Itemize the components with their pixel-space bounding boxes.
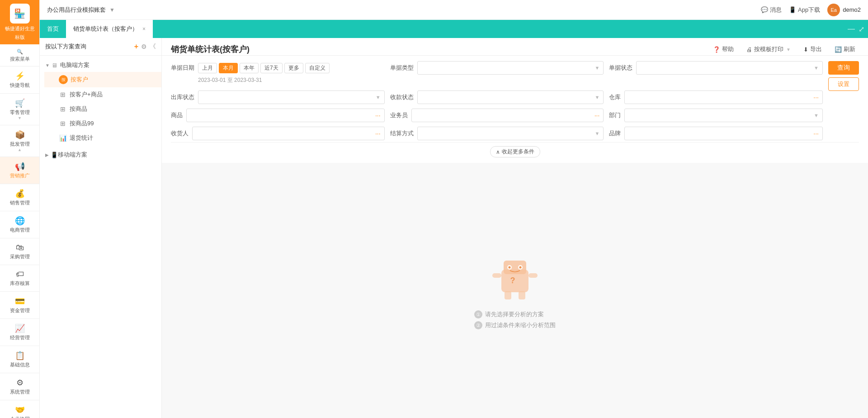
date-btn-custom[interactable]: 自定义 [305, 63, 330, 73]
empty-hint-1: ① 请先选择要分析的方案 [474, 310, 556, 318]
collapse-panel-btn[interactable]: 《 [150, 43, 156, 51]
collapse-btn[interactable]: ∧ 收起更多条件 [490, 146, 540, 157]
desktop-icon: 🖥 [52, 62, 57, 69]
sidebar-item-purchase[interactable]: 🛍 采购管理 [0, 238, 39, 265]
empty-svg: ? [490, 256, 540, 301]
top-header: 办公用品行业模拟账套 ▼ 💬 消息 📱 App下载 Ea demo2 [40, 0, 868, 20]
page-header-top: 销货单统计表(按客户) ❓ 帮助 🖨 按模板打印 ▼ ⬇ [171, 43, 859, 55]
refresh-label: 刷新 [844, 45, 855, 53]
window-max-btn[interactable]: ⤢ [859, 25, 864, 33]
receiver-select[interactable]: ··· [192, 127, 385, 140]
date-btn-last-month[interactable]: 上月 [198, 63, 217, 73]
sidebar-item-system[interactable]: ⚙ 系统管理 [0, 373, 39, 400]
by-goods99-icon: ⊞ [59, 119, 67, 128]
left-panel-title: 按以下方案查询 [45, 43, 86, 51]
download-icon: 📱 [789, 6, 796, 13]
tree-item-by-customer[interactable]: 按 按客户 [44, 72, 161, 87]
brand-select[interactable]: ··· [624, 127, 823, 140]
app-download-btn[interactable]: 📱 App下载 [789, 6, 820, 14]
sidebar-item-retail[interactable]: 🛒 零售管理 ▼ [0, 94, 39, 125]
payment-arrow-icon: ▼ [594, 131, 599, 136]
sidebar-item-wholesale[interactable]: 📦 批发管理 ▲ [0, 125, 39, 157]
sidebar-item-finance[interactable]: 💳 资金管理 [0, 292, 39, 319]
date-btn-more[interactable]: 更多 [284, 63, 303, 73]
out-status-select[interactable]: ▼ [198, 90, 385, 104]
payment-select[interactable]: ▼ [417, 127, 604, 140]
print-btn[interactable]: 🖨 按模板打印 ▼ [743, 43, 794, 55]
svg-rect-8 [505, 291, 511, 299]
sidebar-search[interactable]: 🔍 搜索菜单 [0, 44, 39, 66]
user-area[interactable]: Ea demo2 [827, 4, 861, 16]
receiver-ellipsis[interactable]: ··· [375, 130, 381, 137]
message-icon: 💬 [761, 6, 768, 13]
tab-home-label: 首页 [47, 25, 59, 33]
date-btn-this-month[interactable]: 本月 [219, 63, 238, 73]
collapse-label: 收起更多条件 [502, 148, 534, 156]
retail-arrow: ▼ [18, 116, 22, 120]
tree-root-desktop[interactable]: ▼ 🖥 电脑端方案 [40, 58, 161, 72]
help-label: 帮助 [722, 45, 734, 53]
export-btn[interactable]: ⬇ 导出 [800, 43, 826, 55]
inventory-label: 库存核算 [10, 280, 30, 287]
sidebar-logo[interactable]: 🏪 畅捷通好生意 标版 [0, 0, 39, 44]
window-min-btn[interactable]: — [848, 25, 855, 33]
main-area: 办公用品行业模拟账套 ▼ 💬 消息 📱 App下载 Ea demo2 首页 [40, 0, 868, 418]
sidebar-item-enterprise[interactable]: 🤝 企业协同 [0, 400, 39, 418]
date-btn-this-year[interactable]: 本年 [240, 63, 259, 73]
refresh-btn[interactable]: 🔄 刷新 [831, 43, 859, 55]
tab-sales-stats[interactable]: 销货单统计表（按客户） × [66, 20, 153, 38]
basic-label: 基础信息 [10, 361, 30, 368]
goods-label: 商品 [171, 111, 183, 119]
sidebar-item-ecommerce[interactable]: 🌐 电商管理 [0, 211, 39, 238]
tree-item-customer-goods[interactable]: ⊞ 按客户+商品 [44, 87, 161, 102]
salesperson-select[interactable]: ··· [411, 109, 604, 122]
print-arrow-icon: ▼ [786, 47, 791, 52]
goods-ellipsis[interactable]: ··· [375, 112, 381, 119]
goods-select[interactable]: ··· [186, 109, 385, 122]
enterprise-icon: 🤝 [15, 405, 25, 415]
settings-btn[interactable]: 设置 [828, 77, 859, 91]
warehouse-ellipsis[interactable]: ··· [813, 94, 819, 101]
help-btn[interactable]: ❓ 帮助 [709, 43, 737, 55]
sidebar-item-basic[interactable]: 📋 基础信息 [0, 346, 39, 373]
status-select[interactable]: ▼ [636, 61, 823, 75]
dept-select[interactable]: ▼ [624, 109, 823, 122]
add-scheme-btn[interactable]: + [134, 43, 138, 51]
hint2-num: ② [474, 321, 482, 329]
sidebar-item-operations[interactable]: 📈 经营管理 [0, 319, 39, 346]
sidebar-item-sales[interactable]: 💰 销售管理 [0, 184, 39, 211]
tree-desktop-children: 按 按客户 ⊞ 按客户+商品 ⊞ 按商品 [40, 72, 161, 145]
date-btn-7days[interactable]: 近7天 [260, 63, 283, 73]
sidebar-item-inventory[interactable]: 🏷 库存核算 [0, 265, 39, 292]
message-btn[interactable]: 💬 消息 [761, 6, 782, 14]
tree-item-by-goods99[interactable]: ⊞ 按商品99 [44, 116, 161, 131]
help-icon: ❓ [713, 46, 720, 53]
ecommerce-icon: 🌐 [15, 216, 25, 226]
tab-close-btn[interactable]: × [142, 26, 146, 32]
tab-home[interactable]: 首页 [40, 20, 66, 38]
receive-status-label: 收款状态 [390, 93, 414, 101]
svg-rect-7 [528, 273, 538, 278]
breadcrumb-dropdown-icon[interactable]: ▼ [109, 7, 115, 13]
warehouse-select[interactable]: ··· [624, 90, 823, 104]
filter-cell-receiver: 收货人 ··· [171, 127, 385, 140]
content-area: 按以下方案查询 + ⚙ 《 ▼ 🖥 电脑端方案 按 [40, 38, 868, 418]
salesperson-ellipsis[interactable]: ··· [594, 112, 600, 119]
receive-status-select[interactable]: ▼ [417, 90, 604, 104]
sidebar-item-marketing[interactable]: 📢 营销推广 [0, 157, 39, 184]
avatar: Ea [827, 4, 840, 16]
by-goods-icon: ⊞ [59, 105, 67, 113]
type-select[interactable]: ▼ [417, 61, 604, 75]
tree-mobile: ▶ 📱 移动端方案 [40, 148, 161, 162]
by-goods-label: 按商品 [70, 105, 87, 113]
filter-cell-out-status: 出库状态 ▼ [171, 90, 385, 104]
tree-root-mobile[interactable]: ▶ 📱 移动端方案 [40, 148, 161, 162]
mobile-icon: 📱 [51, 152, 58, 158]
sidebar-item-shortcuts[interactable]: ⚡ 快捷导航 [0, 66, 39, 94]
brand-ellipsis[interactable]: ··· [813, 130, 819, 137]
tree-item-return-stats[interactable]: 📊 退货统计 [44, 131, 161, 145]
query-btn[interactable]: 查询 [828, 61, 859, 75]
empty-hint-2: ② 用过滤条件来缩小分析范围 [474, 321, 556, 329]
tree-item-by-goods[interactable]: ⊞ 按商品 [44, 102, 161, 116]
settings-scheme-btn[interactable]: ⚙ [141, 43, 147, 50]
